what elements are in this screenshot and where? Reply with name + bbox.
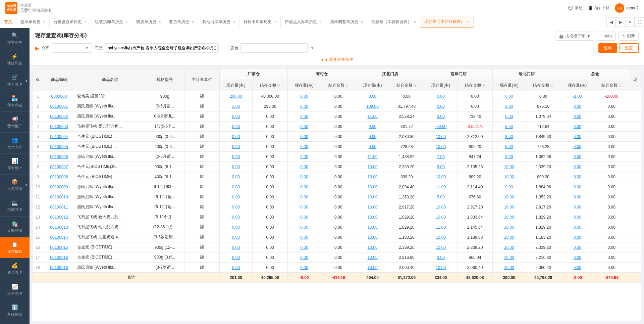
nanan-qty[interactable]: 9.00	[424, 162, 458, 172]
yubei-qty[interactable]: 10.00	[492, 192, 526, 202]
jiangbei-qty[interactable]: 0.00	[356, 91, 389, 101]
total-qty[interactable]: 0.00	[561, 182, 594, 192]
color-dropdown-icon[interactable]: ▼	[310, 46, 314, 50]
jiangbei-qty[interactable]: 10.00	[356, 232, 389, 242]
yubei-qty[interactable]: 10.00	[492, 222, 526, 232]
jiangbei-qty[interactable]: 10.00	[356, 252, 389, 263]
product-code[interactable]: 00100010	[43, 192, 75, 202]
tab-close-icon[interactable]: ×	[233, 20, 235, 24]
tab-other-out[interactable]: 其他出库单历史 ×	[198, 16, 239, 28]
chencun-qty[interactable]: 0.00	[288, 202, 321, 212]
chencun-qty[interactable]: 0.00	[288, 172, 321, 182]
chencun-qty[interactable]: 0.00	[288, 162, 321, 172]
yubei-qty[interactable]: 10.00	[492, 212, 526, 222]
total-qty[interactable]: 0.00	[561, 222, 594, 232]
tab-home[interactable]: 首页	[0, 16, 16, 28]
product-code[interactable]: 00100011	[43, 202, 75, 212]
total-qty[interactable]: 0.00	[561, 162, 594, 172]
chencun-qty[interactable]: 0.00	[288, 182, 321, 192]
jiangbei-qty[interactable]: 10.00	[356, 192, 389, 202]
nanan-qty[interactable]: 10.00	[424, 142, 458, 152]
nav-close-btn[interactable]: ×	[625, 17, 635, 27]
factory-qty[interactable]: 1.00	[219, 101, 253, 111]
yubei-qty[interactable]: 6.00	[492, 111, 526, 122]
chencun-qty[interactable]: 0.00	[288, 252, 321, 263]
sidebar-item-retail-mgmt[interactable]: 🛒 零售管理 ▲	[0, 70, 30, 91]
goods-input[interactable]	[105, 43, 219, 53]
product-code[interactable]: 00100004	[43, 132, 75, 142]
tab-close-icon[interactable]: ×	[192, 20, 194, 24]
chencun-qty[interactable]: 0.00	[288, 122, 321, 132]
expand-arrow-icon[interactable]: ▶	[35, 45, 39, 51]
message-btn[interactable]: 💬 消息	[568, 5, 583, 11]
tab-product-in[interactable]: 产成品入库单历史 ×	[281, 16, 326, 28]
chencun-qty[interactable]: 0.00	[288, 263, 321, 273]
total-qty[interactable]: 0.00	[561, 132, 594, 142]
jiangbei-qty[interactable]: 10.00	[356, 222, 389, 232]
warehouse-select[interactable]: ... ▼	[52, 43, 92, 53]
product-code[interactable]: 00100018	[43, 263, 75, 273]
factory-qty[interactable]: 0.00	[219, 192, 253, 202]
product-code[interactable]: 00100012	[43, 212, 75, 222]
color-input[interactable]	[240, 43, 308, 53]
tab-stock-dist[interactable]: 现存量（库存分布表） ×	[420, 16, 474, 28]
chencun-qty[interactable]: 0.00	[288, 101, 321, 111]
factory-qty[interactable]: 0.00	[219, 172, 253, 182]
total-qty[interactable]: 0.00	[561, 192, 594, 202]
sidebar-item-wholesale[interactable]: 📦 批发管理 ▼	[0, 175, 30, 195]
product-code[interactable]: 00100015	[43, 242, 75, 252]
info-icon[interactable]: ①	[414, 84, 417, 87]
product-code[interactable]: 00100016	[43, 252, 75, 263]
product-code[interactable]: 00100014	[43, 232, 75, 242]
nanan-qty[interactable]: 11.00	[424, 222, 458, 232]
tab-assemble[interactable]: 组装拆卸单历史 ×	[91, 16, 132, 28]
tab-transfer[interactable]: 调拨单历史 ×	[132, 16, 165, 28]
yubei-qty[interactable]: 10.00	[492, 162, 526, 172]
chencun-qty[interactable]: 0.00	[288, 192, 321, 202]
sidebar-item-marketing[interactable]: 📢 营销推广	[0, 112, 30, 133]
nanan-qty[interactable]: 10.00	[424, 202, 458, 212]
sidebar-item-member[interactable]: 👥 会员中心	[0, 133, 30, 153]
tab-close-icon[interactable]: ×	[126, 20, 128, 24]
goods-more-icon[interactable]: ···	[221, 45, 228, 51]
jiangbei-qty[interactable]: 10.00	[356, 182, 389, 192]
nanan-qty[interactable]: 11.00	[424, 182, 458, 192]
sidebar-item-quicknav[interactable]: ⚡ 快捷导航	[0, 49, 30, 70]
factory-qty[interactable]: 0.00	[219, 252, 253, 263]
total-qty[interactable]: 0.00	[561, 122, 594, 132]
factory-qty[interactable]: 0.00	[219, 263, 253, 273]
tab-close-icon[interactable]: ×	[43, 20, 45, 24]
sidebar-item-ecommerce[interactable]: 💻 电商管理	[0, 195, 30, 216]
nanan-qty[interactable]: 5.00	[424, 192, 458, 202]
total-qty[interactable]: 0.00	[561, 172, 594, 182]
total-qty[interactable]: 0.00	[561, 142, 594, 152]
jiangbei-qty[interactable]: 9.00	[356, 132, 389, 142]
yubei-qty[interactable]: 10.00	[492, 263, 526, 273]
product-code[interactable]: 00100007	[43, 162, 75, 172]
tab-close-icon[interactable]: ×	[467, 20, 469, 24]
factory-qty[interactable]: 0.00	[219, 122, 253, 132]
factory-qty[interactable]: 200.00	[219, 91, 253, 101]
tab-inventory-history[interactable]: 盘点单历史 ×	[16, 16, 50, 28]
product-code[interactable]: 0000003	[43, 91, 75, 101]
tab-close-icon[interactable]: ×	[274, 20, 276, 24]
total-qty[interactable]: 0.00	[561, 101, 594, 111]
chencun-qty[interactable]: 0.00	[288, 91, 321, 101]
nav-fullscreen-btn[interactable]: ⛶	[635, 17, 644, 27]
sidebar-item-search[interactable]: 🔍 搜索英单	[0, 28, 30, 49]
total-qty[interactable]: 0.00	[561, 111, 594, 122]
yubei-qty[interactable]: 8.00	[492, 152, 526, 162]
sidebar-item-ops[interactable]: 📈 经营管理	[0, 279, 30, 300]
chencun-qty[interactable]: 0.00	[288, 212, 321, 222]
nanan-qty[interactable]: 3.00	[424, 252, 458, 263]
nanan-qty[interactable]: 7.00	[424, 152, 458, 162]
factory-qty[interactable]: 0.00	[219, 212, 253, 222]
nanan-qty[interactable]: 3.00	[424, 111, 458, 122]
tab-close-icon[interactable]: ×	[159, 20, 161, 24]
refresh-btn[interactable]: ↻ 刷新	[619, 32, 639, 41]
yubei-qty[interactable]: 10.00	[492, 252, 526, 263]
nanan-qty[interactable]: 0.00	[424, 101, 458, 111]
tab-close-icon[interactable]: ×	[85, 20, 87, 24]
total-qty[interactable]: -1.00	[561, 91, 594, 101]
jiangbei-qty[interactable]: 10.00	[356, 202, 389, 212]
